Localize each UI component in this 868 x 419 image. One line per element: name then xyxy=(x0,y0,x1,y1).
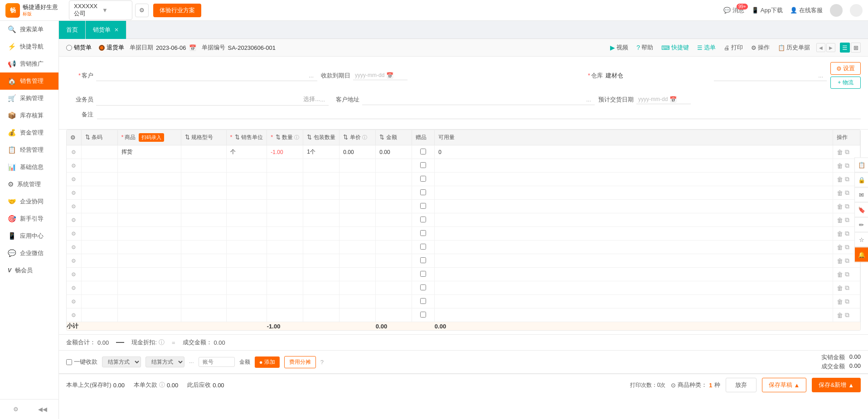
sidebar-item-sales[interactable]: 🏠 销售管理 xyxy=(0,72,58,90)
row-amount[interactable] xyxy=(376,159,412,173)
row-price[interactable] xyxy=(339,295,376,308)
row-qty[interactable] xyxy=(267,200,303,213)
delete-icon[interactable]: 🗑 xyxy=(837,217,843,224)
row-qty[interactable] xyxy=(267,186,303,200)
row-product[interactable] xyxy=(117,213,181,227)
row-amount[interactable] xyxy=(376,268,412,281)
sidebar-item-purchase[interactable]: 🛒 采购管理 xyxy=(0,90,58,107)
shortcut-button[interactable]: ⌨ 快捷键 xyxy=(659,43,691,53)
delete-icon[interactable]: 🗑 xyxy=(837,244,843,251)
delete-icon[interactable]: 🗑 xyxy=(837,298,843,305)
prev-arrow[interactable]: ◀ xyxy=(816,43,825,52)
row-unit[interactable] xyxy=(226,254,267,268)
row-amount[interactable] xyxy=(376,281,412,295)
row-unit[interactable] xyxy=(226,213,267,227)
row-gift[interactable] xyxy=(412,186,435,200)
copy-icon[interactable]: ⧉ xyxy=(845,243,849,251)
copy-icon[interactable]: ⧉ xyxy=(845,216,849,224)
row-qty[interactable] xyxy=(267,227,303,241)
copy-icon[interactable]: ⧉ xyxy=(845,189,849,197)
row-barcode[interactable] xyxy=(81,200,117,213)
row-amount[interactable] xyxy=(376,295,412,308)
row-product[interactable] xyxy=(117,159,181,173)
row-product[interactable] xyxy=(117,268,181,281)
video-button[interactable]: ▶ 视频 xyxy=(608,43,630,53)
row-pack-qty[interactable] xyxy=(303,200,339,213)
row-spec[interactable] xyxy=(181,254,226,268)
row-gear[interactable]: ⚙ xyxy=(67,241,81,254)
next-arrow[interactable]: ▶ xyxy=(826,43,835,52)
row-qty[interactable] xyxy=(267,159,303,173)
row-gear[interactable]: ⚙ xyxy=(67,173,81,186)
row-spec[interactable] xyxy=(181,213,226,227)
row-pack-qty[interactable] xyxy=(303,254,339,268)
row-product[interactable] xyxy=(117,241,181,254)
row-price[interactable] xyxy=(339,173,376,186)
row-price[interactable] xyxy=(339,213,376,227)
row-unit[interactable] xyxy=(226,268,267,281)
row-product[interactable] xyxy=(117,308,181,322)
sidebar-item-guide[interactable]: 🎯 新手引导 xyxy=(0,210,58,227)
delete-icon[interactable]: 🗑 xyxy=(837,176,843,183)
row-price[interactable] xyxy=(339,268,376,281)
row-pack-qty[interactable] xyxy=(303,295,339,308)
grid-view-button[interactable]: ⊞ xyxy=(851,43,861,53)
row-gear[interactable]: ⚙ xyxy=(67,308,81,322)
expected-date-input[interactable]: yyyy-mm-dd 📅 xyxy=(636,95,691,104)
row-gear[interactable]: ⚙ xyxy=(67,200,81,213)
copy-icon[interactable]: ⧉ xyxy=(845,298,849,305)
copy-icon[interactable]: ⧉ xyxy=(845,202,849,210)
row-amount[interactable] xyxy=(376,308,412,322)
delete-icon[interactable]: 🗑 xyxy=(837,203,843,210)
radio-return[interactable]: 退货单 xyxy=(99,43,124,52)
scan-input-button[interactable]: 扫码录入 xyxy=(139,133,164,142)
row-barcode[interactable] xyxy=(81,268,117,281)
due-date-input[interactable]: yyyy-mm-dd 📅 xyxy=(353,71,407,80)
row-product[interactable] xyxy=(117,200,181,213)
copy-icon[interactable]: ⧉ xyxy=(845,148,849,156)
copy-icon[interactable]: ⧉ xyxy=(845,175,849,183)
row-product[interactable] xyxy=(117,186,181,200)
row-pack-qty[interactable] xyxy=(303,268,339,281)
row-gear[interactable]: ⚙ xyxy=(67,227,81,241)
row-pack-qty[interactable] xyxy=(303,186,339,200)
message-button[interactable]: 💬 消息 99+ xyxy=(723,6,744,14)
row-spec[interactable] xyxy=(181,173,226,186)
help-icon[interactable]: ? xyxy=(320,359,324,366)
row-amount[interactable] xyxy=(376,227,412,241)
row-spec[interactable] xyxy=(181,200,226,213)
add-payment-button[interactable]: ● 添加 xyxy=(255,356,280,368)
float-lock-button[interactable]: 🔒 xyxy=(854,172,868,187)
row-qty[interactable] xyxy=(267,241,303,254)
avatar[interactable] xyxy=(830,4,843,17)
copy-icon[interactable]: ⧉ xyxy=(845,230,849,237)
row-gift[interactable] xyxy=(412,227,435,241)
delete-icon[interactable]: 🗑 xyxy=(837,149,843,156)
row-gear[interactable]: ⚙ xyxy=(67,295,81,308)
help-button[interactable]: ? 帮助 xyxy=(635,43,655,53)
row-barcode[interactable] xyxy=(81,145,117,159)
tab-close-icon[interactable]: ✕ xyxy=(114,27,119,33)
row-unit[interactable] xyxy=(226,227,267,241)
save-new-button[interactable]: 保存&新增 ▲ xyxy=(812,378,861,392)
row-pack-qty[interactable] xyxy=(303,173,339,186)
row-gift[interactable] xyxy=(412,254,435,268)
row-spec[interactable] xyxy=(181,145,226,159)
row-spec[interactable] xyxy=(181,241,226,254)
trial-button[interactable]: 体验行业方案 xyxy=(153,4,201,17)
row-barcode[interactable] xyxy=(81,295,117,308)
sidebar-item-collab[interactable]: 🤝 企业协同 xyxy=(0,193,58,210)
row-amount[interactable] xyxy=(376,254,412,268)
copy-icon[interactable]: ⧉ xyxy=(845,284,849,292)
sidebar-item-enterprise-wechat[interactable]: 💬 企业微信 xyxy=(0,245,58,262)
list-view-button[interactable]: ☰ xyxy=(840,43,850,53)
row-unit[interactable] xyxy=(226,200,267,213)
row-price[interactable]: 0.00 xyxy=(339,145,376,159)
info-icon[interactable]: ⓘ xyxy=(159,338,165,347)
select-order-button[interactable]: ☰ 选单 xyxy=(695,43,718,53)
copy-icon[interactable]: ⧉ xyxy=(845,270,849,278)
sidebar-item-inventory[interactable]: 📦 库存核算 xyxy=(0,107,58,124)
sidebar-item-quick-nav[interactable]: ⚡ 快捷导航 xyxy=(0,38,58,55)
row-qty[interactable]: -1.00 xyxy=(267,145,303,159)
row-pack-qty[interactable] xyxy=(303,308,339,322)
